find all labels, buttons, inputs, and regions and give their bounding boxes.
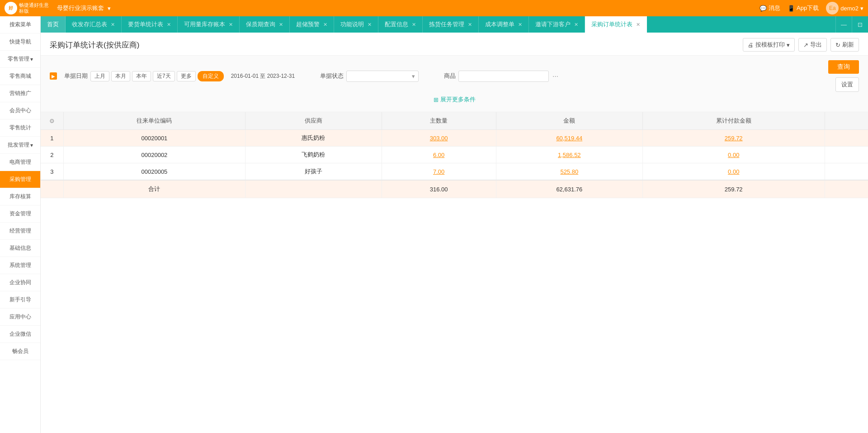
sidebar-item-app-center[interactable]: 应用中心 [0,309,40,326]
paid-link[interactable]: 0.00 [728,168,739,175]
filter-row-1: ▶ 单据日期 上月 本月 本年 近7天 更多 自定义 [50,60,859,92]
setting-btn[interactable]: 设置 [835,77,859,92]
refresh-icon: ↻ [835,42,840,48]
close-icon[interactable]: ✕ [412,22,416,28]
tab-cost-adj[interactable]: 成本调整单 ✕ [479,16,529,33]
close-icon[interactable]: ✕ [111,22,115,28]
top-bar: 好 畅捷通好生意 标版 母婴行业演示账套 ▾ 💬 消息 📱 App下载 Ea [0,0,868,16]
sidebar-item-retail-stat[interactable]: 零售统计 [0,119,40,137]
tab-config[interactable]: 配置信息 ✕ [378,16,423,33]
tab-invite[interactable]: 邀请下游客户 ✕ [529,16,585,33]
close-icon[interactable]: ✕ [167,22,171,28]
cell-paid: 0.00 [642,163,825,181]
qty-link[interactable]: 6.00 [433,152,444,158]
filter-dates: 上月 本月 本年 近7天 更多 自定义 [90,71,224,81]
export-btn[interactable]: ↗ 导出 [798,38,827,52]
tab-shelf-life[interactable]: 保质期查询 ✕ [240,16,290,33]
sidebar-item-member[interactable]: 会员中心 [0,102,40,119]
close-icon[interactable]: ✕ [279,22,283,28]
goods-input[interactable] [458,71,549,82]
footer-qty: 316.00 [382,180,496,198]
tab-storage-summary[interactable]: 收发存汇总表 ✕ [66,16,122,33]
nav-tabs: 首页 收发存汇总表 ✕ 要货单统计表 ✕ 可用量库存账本 ✕ 保质期查询 ✕ 超… [41,16,868,33]
paid-link[interactable]: 0.00 [728,152,739,158]
footer-amount: 62,631.76 [496,180,642,198]
page-header: 采购订单统计表(按供应商) 🖨 按模板打印 ▾ ↗ 导出 ↻ [41,33,868,56]
sidebar-item-system[interactable]: 系统管理 [0,257,40,274]
close-icon[interactable]: ✕ [229,22,233,28]
workspace-selector[interactable]: 母婴行业演示账套 ▾ [57,4,111,12]
template-print-btn[interactable]: 🖨 按模板打印 ▾ [743,38,795,52]
sidebar-item-wholesale[interactable]: 批发管理 ▾ [0,137,40,154]
cell-code: 00020001 [63,130,245,147]
close-icon[interactable]: ✕ [574,22,578,28]
chevron-down-icon: ▾ [787,42,790,48]
sidebar-item-marketing[interactable]: 营销推广 [0,85,40,102]
tab-minimize-btn[interactable]: — [835,16,852,33]
search-btn[interactable]: 查询 [828,60,859,74]
sidebar-item-retail[interactable]: 零售管理 ▾ [0,51,40,68]
sidebar-item-operation[interactable]: 经营管理 [0,223,40,240]
amount-link[interactable]: 60,519.44 [556,135,582,142]
close-icon[interactable]: ✕ [323,22,327,28]
tab-pick-task[interactable]: 拣货任务管理 ✕ [423,16,479,33]
user-menu[interactable]: Ea demo2 ▾ [826,2,863,14]
sidebar-item-wechat[interactable]: 企业微信 [0,326,40,343]
table-row[interactable]: 2 00020002 飞鹤奶粉 6.00 1,586.52 0.00 [41,147,868,163]
paid-link[interactable]: 259.72 [725,135,743,142]
sidebar-item-ecommerce[interactable]: 电商管理 [0,154,40,171]
filter-date-item: 单据日期 上月 本月 本年 近7天 更多 自定义 [64,71,224,81]
tab-available-inventory[interactable]: 可用量库存账本 ✕ [178,16,240,33]
settings-icon[interactable]: ⚙ [49,118,55,124]
qty-link[interactable]: 303.00 [430,135,448,142]
date-btn-custom[interactable]: 自定义 [198,71,224,81]
tab-home[interactable]: 首页 [41,16,66,33]
sidebar-item-guide[interactable]: 新手引导 [0,291,40,309]
date-btn-last-month[interactable]: 上月 [90,71,109,81]
message-icon: 💬 [760,5,767,12]
amount-link[interactable]: 1,586.52 [558,152,581,158]
col-code: 往来单位编码 [63,112,245,130]
sidebar-item-basic-info[interactable]: 基础信息 [0,240,40,257]
sidebar-item-inventory[interactable]: 库存核算 [0,188,40,205]
date-btn-this-year[interactable]: 本年 [132,71,151,81]
footer-supplier [245,180,382,198]
sidebar-item-retail-mall[interactable]: 零售商城 [0,68,40,85]
tab-order-stat[interactable]: 要货单统计表 ✕ [122,16,178,33]
qty-link[interactable]: 7.00 [433,168,444,175]
close-icon[interactable]: ✕ [518,22,522,28]
status-select[interactable] [346,71,419,82]
expand-btn[interactable]: ⊞ 展开更多条件 [430,94,479,105]
tab-purchase-order-stat[interactable]: 采购订单统计表 ✕ [585,16,647,33]
close-icon[interactable]: ✕ [368,22,372,28]
refresh-btn[interactable]: ↻ 刷新 [830,38,859,52]
message-btn[interactable]: 💬 消息 [760,4,780,12]
close-icon[interactable]: ✕ [636,22,640,28]
top-bar-right: 💬 消息 📱 App下载 Ea demo2 ▾ [760,2,863,14]
date-btn-this-month[interactable]: 本月 [111,71,130,81]
table-row[interactable]: 1 00020001 惠氏奶粉 303.00 60,519.44 259.72 [41,130,868,147]
tab-overstock[interactable]: 超储预警 ✕ [290,16,334,33]
sidebar-item-purchase[interactable]: 采购管理 [0,171,40,188]
sidebar-item-finance[interactable]: 资金管理 [0,205,40,223]
filter-toggle-btn[interactable]: ▶ [50,72,57,80]
date-btn-more[interactable]: 更多 [177,71,196,81]
expand-icon: ⊞ [434,96,439,103]
goods-more-icon[interactable]: ⋯ [552,73,558,80]
status-select-wrapper [346,71,419,82]
sidebar-item-enterprise[interactable]: 企业协同 [0,274,40,291]
sidebar-item-member2[interactable]: 畅会员 [0,343,40,360]
close-icon[interactable]: ✕ [468,22,472,28]
app-download-btn[interactable]: 📱 App下载 [788,4,819,12]
cell-qty: 303.00 [382,130,496,147]
cell-paid: 0.00 [642,147,825,163]
tab-maximize-btn[interactable]: ⊡ [852,16,868,33]
table-row[interactable]: 3 00020005 好孩子 7.00 525.80 0.00 [41,163,868,181]
amount-link[interactable]: 525.80 [560,168,578,175]
sidebar-item-quick-nav[interactable]: 快捷导航 [0,33,40,51]
tab-help[interactable]: 功能说明 ✕ [334,16,378,33]
col-supplier: 供应商 [245,112,382,130]
sidebar-item-search[interactable]: 搜索菜单 [0,16,40,33]
date-btn-7days[interactable]: 近7天 [153,71,175,81]
cell-supplier: 惠氏奶粉 [245,130,382,147]
